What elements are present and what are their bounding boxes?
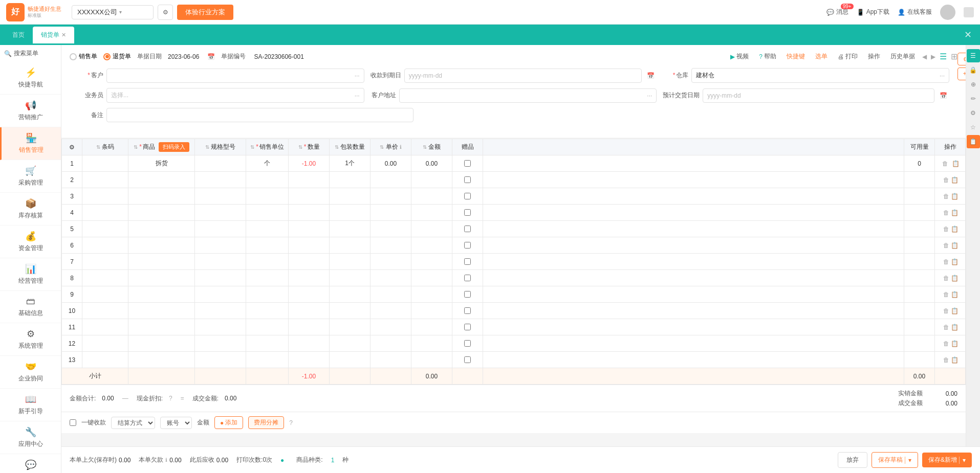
gift-checkbox[interactable] <box>464 226 471 232</box>
right-panel-settings-icon[interactable]: ⚙ <box>967 106 980 120</box>
customer-addr-input[interactable]: ··· <box>399 88 657 103</box>
setup-button[interactable]: ⚙ ⚙ 设置 <box>957 53 966 65</box>
sidebar-item-purchase[interactable]: 🛒 采购管理 <box>0 160 61 193</box>
list-view-icon[interactable]: ☰ <box>940 52 947 61</box>
copy-row-icon[interactable]: 📋 <box>951 258 959 265</box>
gift-checkbox[interactable] <box>464 258 471 265</box>
save-new-caret-icon[interactable]: ▾ <box>959 457 966 464</box>
payment-account-select[interactable]: 账号 <box>160 417 192 429</box>
tab-home[interactable]: 首页 <box>4 27 33 43</box>
logistics-button[interactable]: + 物流 <box>957 67 966 80</box>
copy-row-icon[interactable]: 📋 <box>951 193 959 200</box>
row-product[interactable]: 拆货 <box>128 155 195 172</box>
sort-icon-qty[interactable]: ⇅ <box>298 144 302 150</box>
save-draft-button[interactable]: 保存草稿 ▾ <box>872 452 918 468</box>
draft-caret-icon[interactable]: ▾ <box>905 457 911 464</box>
choose-btn[interactable]: 选单 <box>812 51 831 62</box>
copy-row-icon[interactable]: 📋 <box>951 275 959 282</box>
sidebar-item-guide[interactable]: 📖 新手引导 <box>0 389 61 421</box>
delete-row-icon[interactable]: 🗑 <box>943 340 949 347</box>
payment-due-input[interactable]: yyyy-mm-dd <box>404 69 642 83</box>
delete-row-icon[interactable]: 🗑 <box>943 275 949 282</box>
gift-checkbox[interactable] <box>464 275 471 281</box>
gift-checkbox[interactable] <box>464 340 471 347</box>
customer-input[interactable]: ··· <box>106 69 364 83</box>
copy-row-icon[interactable]: 📋 <box>951 340 959 347</box>
salesperson-input[interactable]: 选择... ··· <box>106 88 364 103</box>
sidebar-item-inventory[interactable]: 📦 库存核算 <box>0 193 61 226</box>
print-btn[interactable]: 🖨 打印 <box>835 51 861 62</box>
row-barcode[interactable] <box>82 155 128 172</box>
online-service-btn[interactable]: 👤 在线客服 <box>898 8 932 16</box>
delete-row-icon[interactable]: 🗑 <box>943 226 949 233</box>
th-settings[interactable]: ⚙ <box>62 139 82 155</box>
row-unit[interactable]: 个 <box>246 155 289 172</box>
payment-due-calendar-icon[interactable]: 📅 <box>645 72 657 79</box>
copy-row-icon[interactable]: 📋 <box>951 209 959 216</box>
nav-next-icon[interactable]: ▶ <box>931 53 935 60</box>
tab-close-all-icon[interactable]: ✕ <box>964 29 972 40</box>
sidebar-item-apps[interactable]: 🔧 应用中心 <box>0 421 61 454</box>
payment-method-select[interactable]: 结算方式 <box>111 417 155 429</box>
row-notes[interactable] <box>483 155 904 172</box>
price-info-icon[interactable]: ℹ <box>400 144 402 150</box>
scan-button[interactable]: 扫码录入 <box>159 142 189 152</box>
trial-button[interactable]: 体验行业方案 <box>177 5 233 20</box>
gift-checkbox[interactable] <box>464 324 471 330</box>
sort-icon-pack[interactable]: ⇅ <box>335 144 339 150</box>
row-gift[interactable] <box>452 155 483 172</box>
copy-row-icon[interactable]: 📋 <box>951 291 959 298</box>
product-type-val[interactable]: 1 <box>331 457 335 464</box>
sort-icon-spec[interactable]: ⇅ <box>205 144 209 150</box>
add-payment-button[interactable]: ● 添加 <box>214 416 243 429</box>
right-panel-orange-icon[interactable]: 📋 <box>967 135 980 148</box>
sort-icon-unit[interactable]: ⇅ <box>250 144 254 150</box>
row-qty[interactable]: -1.00 <box>289 155 330 172</box>
sidebar-item-finance[interactable]: 💰 资金管理 <box>0 226 61 258</box>
save-new-button[interactable]: 保存&新增 ▾ <box>922 453 966 467</box>
copy-row-icon[interactable]: 📋 <box>951 324 959 331</box>
settings-gear-icon[interactable]: ⚙ <box>69 144 75 151</box>
gift-checkbox[interactable] <box>464 176 471 183</box>
app-download-btn[interactable]: 📱 App下载 <box>857 8 889 16</box>
abandon-button[interactable]: 放弃 <box>838 452 867 468</box>
row-spec[interactable] <box>195 155 246 172</box>
sidebar-item-wechat[interactable]: 💬 企业微信 <box>0 454 61 473</box>
gift-checkbox[interactable] <box>464 242 471 249</box>
delete-row-icon[interactable]: 🗑 <box>943 258 949 265</box>
discount-help-icon[interactable]: ? <box>169 395 172 402</box>
gift-checkbox[interactable] <box>464 307 471 314</box>
shortcut-btn[interactable]: 快捷键 <box>783 51 808 62</box>
delete-row-icon[interactable]: 🗑 <box>943 193 949 200</box>
gift-checkbox[interactable] <box>464 291 471 298</box>
sidebar-item-marketing[interactable]: 📢 营销推广 <box>0 95 61 127</box>
remark-input[interactable] <box>106 108 413 122</box>
right-panel-add-icon[interactable]: ⊕ <box>967 78 980 91</box>
delete-row-icon[interactable]: 🗑 <box>943 307 949 314</box>
gift-checkbox[interactable] <box>464 356 471 363</box>
radio-return-order[interactable]: 退货单 <box>103 52 131 61</box>
copy-row-icon[interactable]: 📋 <box>951 307 959 314</box>
sort-icon-amount[interactable]: ⇅ <box>423 144 427 150</box>
sort-icon-price[interactable]: ⇅ <box>380 144 384 150</box>
sort-icon-product[interactable]: ⇅ <box>134 144 138 150</box>
delete-row-icon[interactable]: 🗑 <box>943 324 949 331</box>
copy-row-icon[interactable]: 📋 <box>951 176 959 184</box>
company-selector[interactable]: XXXXXX公司 ▾ <box>72 5 154 19</box>
sidebar-search[interactable]: 🔍 搜索菜单 <box>0 45 61 62</box>
date-calendar-icon[interactable]: 📅 <box>207 53 215 60</box>
settings-icon[interactable]: ⚙ <box>158 5 173 20</box>
row-pack-qty[interactable]: 1个 <box>330 155 371 172</box>
history-btn[interactable]: 历史单据 <box>887 51 918 62</box>
sort-icon-barcode[interactable]: ⇅ <box>96 144 100 150</box>
delete-row-icon[interactable]: 🗑 <box>943 291 949 298</box>
nav-prev-icon[interactable]: ◀ <box>922 53 927 60</box>
gift-checkbox[interactable] <box>464 209 471 216</box>
delete-row-icon[interactable]: 🗑 <box>943 176 949 184</box>
sidebar-item-shortcut[interactable]: ⚡ 快捷导航 <box>0 62 61 95</box>
one-click-checkbox[interactable] <box>70 419 76 426</box>
tab-sale-order[interactable]: 销货单 ✕ <box>33 27 74 43</box>
sidebar-item-system[interactable]: ⚙ 系统管理 <box>0 323 61 356</box>
operate-btn[interactable]: 操作 <box>865 51 883 62</box>
product-type-icon[interactable]: ● <box>280 457 284 464</box>
